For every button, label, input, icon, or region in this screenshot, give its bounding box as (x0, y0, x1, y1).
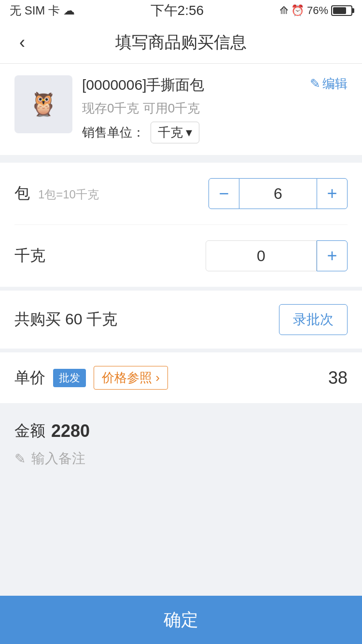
product-info: [0000006]手撕面包 现存0千克 可用0千克 销售单位： 千克 ▾ (82, 75, 348, 143)
note-row[interactable]: ✎ 输入备注 (14, 449, 348, 477)
product-logo-icon: 🦉 (29, 91, 58, 118)
product-image: 🦉 (14, 75, 72, 133)
kg-row: 千克 + (14, 225, 348, 287)
battery-icon (331, 5, 352, 16)
price-label: 单价 (14, 367, 45, 389)
amount-section: 金额 2280 ✎ 输入备注 (0, 407, 362, 477)
price-tag: 批发 (53, 369, 86, 387)
product-stock: 现存0千克 可用0千克 (82, 100, 348, 117)
nav-bar: ‹ 填写商品购买信息 (0, 21, 362, 64)
product-section: 🦉 [0000006]手撕面包 现存0千克 可用0千克 销售单位： 千克 ▾ ✎… (0, 64, 362, 155)
pack-row: 包 1包=10千克 − + (14, 163, 348, 225)
unit-value: 千克 (158, 124, 183, 141)
pack-qty-input[interactable] (239, 178, 317, 209)
pack-plus-button[interactable]: + (317, 178, 348, 209)
amount-value: 2280 (51, 421, 90, 441)
summary-text: 共购买 60 千克 (14, 309, 117, 330)
page-title: 填写商品购买信息 (115, 31, 247, 54)
amount-row: 金额 2280 (14, 420, 348, 442)
price-section: 单价 批发 价格参照 › 38 (0, 352, 362, 407)
chevron-down-icon: ▾ (186, 125, 192, 140)
unit-selector[interactable]: 千克 ▾ (151, 122, 199, 143)
batch-button[interactable]: 录批次 (279, 304, 348, 335)
note-placeholder: 输入备注 (31, 449, 85, 468)
input-section: 包 1包=10千克 − + 千克 + (0, 163, 362, 287)
edit-button[interactable]: ✎ 编辑 (310, 75, 348, 92)
pack-minus-button[interactable]: − (209, 178, 239, 209)
pack-qty-control: − + (209, 178, 348, 209)
kg-plus-button[interactable]: + (317, 240, 348, 271)
summary-section: 共购买 60 千克 录批次 (0, 287, 362, 352)
amount-label: 金额 (14, 420, 45, 442)
status-right: ⟰ ⏰ 76% (279, 4, 352, 17)
pack-label: 包 1包=10千克 (14, 183, 209, 204)
confirm-button[interactable]: 确定 (0, 596, 362, 644)
back-button[interactable]: ‹ (14, 28, 30, 57)
status-bar: 无 SIM 卡 ☁ 下午2:56 ⟰ ⏰ 76% (0, 0, 362, 21)
pack-sub-label: 1包=10千克 (38, 188, 99, 201)
product-unit-row: 销售单位： 千克 ▾ (82, 122, 348, 143)
product-name: [0000006]手撕面包 (82, 75, 348, 95)
alarm-icon: ⏰ (291, 4, 304, 17)
status-time: 下午2:56 (151, 1, 204, 20)
kg-qty-control: + (206, 240, 348, 271)
location-icon: ⟰ (279, 4, 288, 17)
kg-qty-input[interactable] (206, 240, 317, 271)
price-ref-button[interactable]: 价格参照 › (94, 366, 168, 390)
sim-label: 无 SIM 卡 ☁ (10, 3, 75, 18)
kg-label: 千克 (14, 245, 206, 266)
unit-label: 销售单位： (82, 124, 145, 141)
edit-icon: ✎ (310, 76, 320, 91)
price-row: 单价 批发 价格参照 › 38 (14, 366, 348, 403)
price-value: 38 (328, 368, 348, 388)
edit-label: 编辑 (322, 75, 348, 92)
status-left: 无 SIM 卡 ☁ (10, 3, 75, 18)
pencil-icon: ✎ (14, 451, 26, 467)
battery-percent: 76% (307, 4, 328, 17)
